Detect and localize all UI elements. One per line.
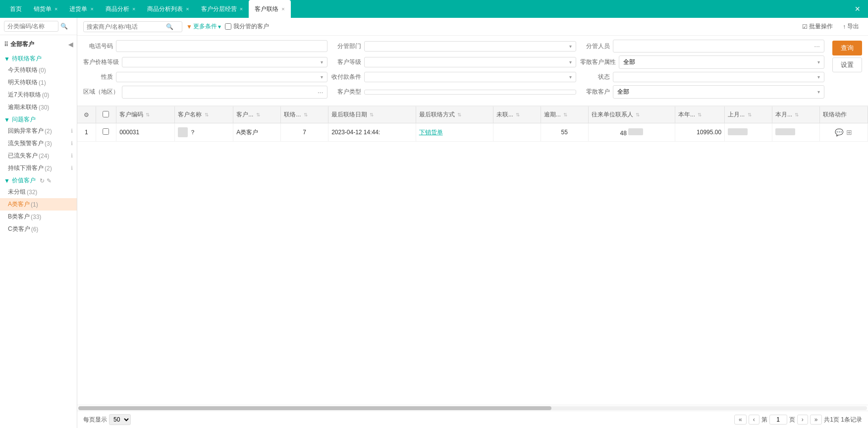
- sidebar-group-problems-label[interactable]: ▼ 问题客户: [0, 113, 77, 125]
- sidebar-item-class-b[interactable]: B类客户 (33): [0, 211, 77, 223]
- dept-select[interactable]: ▾: [364, 41, 576, 52]
- filter-phone: 电话号码: [83, 40, 327, 52]
- nav-purchase-order[interactable]: 进货单 ×: [63, 0, 99, 18]
- sort-icon-12: ⇅: [795, 112, 799, 117]
- customer-table: ⚙ 客户编码 ⇅ 客户名称 ⇅ 客户...: [77, 107, 868, 142]
- chevron-icon-8: ▾: [817, 89, 820, 95]
- horizontal-scrollbar[interactable]: [77, 405, 868, 411]
- retail-attr-select[interactable]: 全部 ▾: [619, 55, 824, 69]
- customer-level-select[interactable]: ▾: [364, 57, 576, 67]
- status-select[interactable]: ▾: [613, 72, 824, 82]
- nav-close-contact[interactable]: ×: [281, 6, 284, 12]
- filter-row-4: 区域（地区） ··· 客户类型: [83, 85, 824, 99]
- nav-close-purchase[interactable]: ×: [90, 6, 93, 12]
- sidebar-item-class-c[interactable]: C类客户 (6): [0, 223, 77, 235]
- col-overdue[interactable]: 逾期... ⇅: [541, 107, 588, 123]
- retail-customer-select[interactable]: 全部 ▾: [613, 85, 824, 99]
- select-all-checkbox[interactable]: [103, 111, 109, 117]
- sidebar-item-class-a[interactable]: A类客户 (1): [0, 198, 77, 211]
- sidebar-all-header[interactable]: ⠿ 全部客户 ◀: [4, 38, 73, 51]
- sidebar-item-today[interactable]: 今天待联络 (0): [0, 64, 77, 76]
- sort-icon-7: ⇅: [516, 112, 520, 117]
- chevron-icon-6: ▾: [569, 74, 572, 80]
- filter-search-box[interactable]: 🔍: [83, 21, 182, 32]
- row-checkbox[interactable]: [96, 123, 116, 142]
- query-button[interactable]: 查询: [832, 41, 862, 55]
- filter-my-customers[interactable]: 我分管的客户: [225, 22, 269, 31]
- col-last-type[interactable]: 最后联络方式 ⇅: [416, 107, 493, 123]
- last-page-btn[interactable]: »: [810, 415, 822, 425]
- first-page-btn[interactable]: «: [734, 415, 747, 425]
- page-size-select[interactable]: 50: [109, 414, 131, 425]
- close-all-tabs[interactable]: ×: [851, 4, 864, 14]
- nav-close-product-analysis[interactable]: ×: [132, 6, 135, 12]
- col-last-month[interactable]: 上月... ⇅: [725, 107, 772, 123]
- payment-select[interactable]: ▾: [364, 72, 576, 82]
- nav-close-sales[interactable]: ×: [54, 6, 57, 12]
- phone-input[interactable]: [116, 40, 327, 52]
- col-name[interactable]: 客户名称 ⇅: [175, 107, 233, 123]
- region-select[interactable]: ···: [122, 86, 327, 99]
- price-level-select[interactable]: ▾: [122, 57, 327, 67]
- col-last-date[interactable]: 最后联络日期 ⇅: [328, 107, 416, 123]
- collapse-icon[interactable]: ◀: [68, 41, 73, 48]
- arrow-icon-2: ▼: [4, 116, 10, 123]
- filter-row-1: 电话号码 分管部门 ▾ 分管人员: [83, 40, 824, 53]
- col-level[interactable]: 客户... ⇅: [233, 107, 281, 123]
- filter-more-conditions[interactable]: ▼ 更多条件 ▾: [186, 22, 221, 31]
- col-this-month[interactable]: 本月... ⇅: [772, 107, 820, 123]
- sidebar-item-repurchase-abnormal[interactable]: 回购异常客户 (2) ℹ: [0, 125, 77, 137]
- page-number-input[interactable]: [769, 415, 787, 425]
- sidebar-item-declining[interactable]: 持续下滑客户 (2) ℹ: [0, 162, 77, 174]
- manager-dots[interactable]: ···: [814, 42, 820, 50]
- nav-home[interactable]: 首页: [4, 0, 28, 18]
- col-this-year[interactable]: 本年... ⇅: [675, 107, 724, 123]
- sidebar-item-churn-warning[interactable]: 流失预警客户 (3) ℹ: [0, 137, 77, 150]
- last-contact-link[interactable]: 下销货单: [419, 129, 443, 136]
- sidebar-search-icon[interactable]: 🔍: [60, 23, 68, 30]
- sidebar-item-overdue[interactable]: 逾期未联络 (30): [0, 101, 77, 113]
- filter-search-icon[interactable]: 🔍: [166, 23, 173, 30]
- sidebar-search-input[interactable]: [4, 21, 58, 32]
- sort-icon-9: ⇅: [636, 112, 640, 117]
- settings-button[interactable]: 设置: [832, 57, 862, 72]
- group-edit-icon[interactable]: ✎: [47, 177, 52, 184]
- row-last-type: 下销货单: [416, 123, 493, 142]
- customer-type-select[interactable]: [364, 90, 576, 95]
- col-uncontacted[interactable]: 未联... ⇅: [493, 107, 541, 123]
- batch-op-button[interactable]: ☑ 批量操作: [799, 21, 836, 32]
- sidebar-item-tomorrow[interactable]: 明天待联络 (1): [0, 76, 77, 89]
- export-button[interactable]: ↑ 导出: [840, 21, 862, 32]
- filter-status: 状态 ▾: [580, 72, 824, 82]
- next-page-btn[interactable]: ›: [797, 415, 808, 425]
- sidebar-group-value-label[interactable]: ▼ 价值客户 ↻ ✎: [0, 174, 77, 186]
- grid-icon[interactable]: ⊞: [846, 128, 852, 136]
- filter-form: 电话号码 分管部门 ▾ 分管人员: [77, 36, 868, 106]
- nav-close-segment[interactable]: ×: [240, 6, 243, 12]
- sidebar-item-7days[interactable]: 近7天待联络 (0): [0, 89, 77, 101]
- sidebar-item-churned[interactable]: 已流失客户 (24) ℹ: [0, 150, 77, 162]
- nature-select[interactable]: ▾: [116, 72, 327, 82]
- nav-customer-segment[interactable]: 客户分层经营 ×: [195, 0, 249, 18]
- my-customers-checkbox[interactable]: [225, 23, 231, 30]
- chat-icon[interactable]: 💬: [835, 128, 843, 136]
- region-dots[interactable]: ···: [318, 88, 324, 96]
- manager-select[interactable]: ···: [613, 40, 824, 53]
- scrollbar-thumb[interactable]: [78, 406, 551, 410]
- col-company-contact[interactable]: 往来单位联系人 ⇅: [588, 107, 675, 123]
- row-contact-count: 7: [281, 123, 328, 142]
- nav-customer-contact[interactable]: 客户联络 ×: [249, 0, 290, 18]
- col-contact-count[interactable]: 联络... ⇅: [281, 107, 328, 123]
- group-refresh-icon[interactable]: ↻: [40, 177, 45, 184]
- filter-search-input[interactable]: [87, 23, 166, 30]
- nav-product-analysis-list[interactable]: 商品分析列表 ×: [141, 0, 195, 18]
- sidebar-group-pending-label[interactable]: ▼ 待联络客户: [0, 53, 77, 64]
- col-gear[interactable]: ⚙: [77, 107, 96, 123]
- sidebar-item-ungrouped[interactable]: 未分组 (32): [0, 186, 77, 198]
- row-select-checkbox[interactable]: [103, 128, 109, 135]
- nav-sales-order[interactable]: 销货单 ×: [28, 0, 63, 18]
- nav-close-product-list[interactable]: ×: [186, 6, 189, 12]
- nav-product-analysis[interactable]: 商品分析 ×: [100, 0, 141, 18]
- prev-page-btn[interactable]: ‹: [749, 415, 760, 425]
- col-code[interactable]: 客户编码 ⇅: [116, 107, 175, 123]
